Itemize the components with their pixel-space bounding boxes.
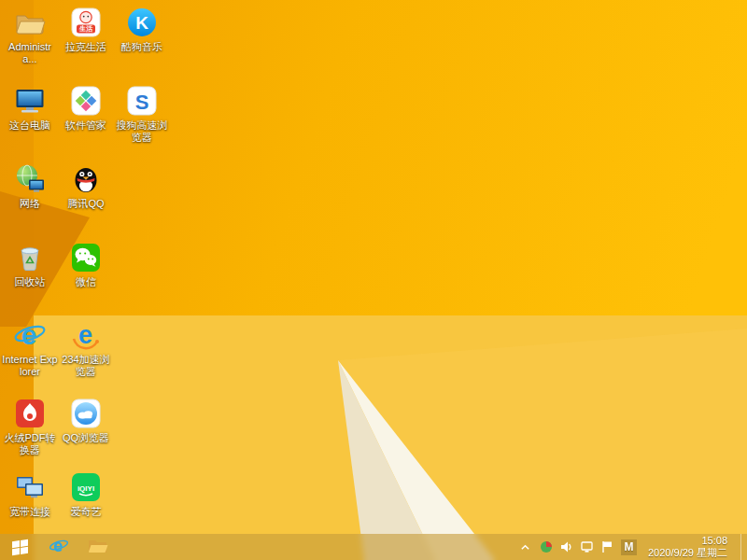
system-tray: M 15:08 2020/9/29 星期二 [518,534,747,560]
desktop-icon-broadband[interactable]: 宽带连接 [2,470,58,518]
taskbar-clock[interactable]: 15:08 2020/9/29 星期二 [643,535,734,560]
svg-text:e: e [78,321,92,349]
desktop-icon-234-browser[interactable]: e 234加速浏览器 [58,318,114,378]
network-globe-icon [12,162,48,196]
software-manager-icon [68,84,104,118]
antivirus-app-icon[interactable] [539,540,553,554]
lake-life-icon: 生活 [68,6,104,39]
qq-penguin-icon [68,162,104,196]
desktop-icon-tencent-qq[interactable]: 腾讯QQ [58,162,114,210]
icon-label: 网络 [20,198,40,210]
desktop-icon-network[interactable]: 网络 [2,162,58,210]
svg-text:e: e [21,319,37,350]
desktop-icon-lake-life[interactable]: 生活 拉克生活 [58,6,114,53]
ime-indicator[interactable]: M [621,539,637,555]
clock-time: 15:08 [701,535,727,547]
icon-label: Administra... [2,41,58,65]
desktop-icon-huorong-pdf[interactable]: 火绒PDF转换器 [2,397,58,456]
icon-label: 火绒PDF转换器 [2,432,58,456]
hidden-icons-chevron-icon[interactable] [518,540,532,554]
desktop-icon-recycle-bin[interactable]: 回收站 [2,241,58,288]
internet-explorer-icon: e [12,318,48,352]
sogou-browser-icon: S [124,84,160,118]
234-browser-icon: e [68,318,104,352]
recycle-bin-icon [12,241,48,274]
svg-text:生活: 生活 [78,25,93,33]
icon-label: 搜狗高速浏览器 [114,119,170,144]
icon-label: 拉克生活 [65,41,106,53]
icon-label: 回收站 [15,276,46,288]
taskbar: e [0,534,747,560]
desktop-icon-sogou-browser[interactable]: S 搜狗高速浏览器 [114,84,170,144]
icon-label: 宽带连接 [9,506,50,518]
network-icon[interactable] [580,540,594,554]
folder-icon [88,538,108,557]
volume-icon[interactable] [559,540,573,554]
user-folder-icon [12,6,48,39]
windows-logo-icon [12,539,28,554]
internet-explorer-icon: e [49,536,69,559]
broadband-connection-icon [12,470,48,504]
desktop-icon-iqiyi[interactable]: iQIYI 爱奇艺 [58,470,114,518]
icon-label: 这台电脑 [9,119,50,132]
icon-label: QQ浏览器 [63,432,109,444]
desktop-icon-administrator[interactable]: Administra... [2,6,58,65]
desktop[interactable]: Administra... 生活 拉克生活 K 酷狗音乐 [0,0,747,560]
desktop-icon-this-pc[interactable]: 这台电脑 [2,84,58,132]
icon-label: 微信 [76,276,96,288]
taskbar-ie-button[interactable]: e [39,534,78,560]
svg-text:S: S [135,91,149,114]
svg-text:e: e [53,536,63,555]
icon-label: 腾讯QQ [67,198,104,210]
clock-date: 2020/9/29 星期二 [648,547,727,559]
svg-text:iQIYI: iQIYI [78,484,94,493]
icon-label: 爱奇艺 [71,506,102,518]
icon-label: 软件管家 [65,119,106,132]
show-desktop-button[interactable] [740,534,745,560]
wechat-icon [68,241,104,274]
desktop-icon-wechat[interactable]: 微信 [58,241,114,288]
icon-label: Internet Explorer [2,354,58,378]
desktop-icon-internet-explorer[interactable]: e Internet Explorer [2,318,58,378]
action-center-flag-icon[interactable] [600,540,614,554]
qq-browser-icon [68,397,104,430]
start-button[interactable] [0,534,39,560]
computer-monitor-icon [12,84,48,118]
icon-label: 234加速浏览器 [58,354,114,378]
icon-label: 酷狗音乐 [121,41,162,53]
desktop-icon-qq-browser[interactable]: QQ浏览器 [58,397,114,444]
iqiyi-icon: iQIYI [68,470,104,504]
kugou-music-icon: K [124,6,160,39]
svg-text:K: K [135,13,148,33]
huorong-pdf-icon [12,397,48,430]
desktop-icon-software-manager[interactable]: 软件管家 [58,84,114,132]
desktop-icon-kugou-music[interactable]: K 酷狗音乐 [114,6,170,53]
taskbar-file-explorer-button[interactable] [78,534,118,560]
